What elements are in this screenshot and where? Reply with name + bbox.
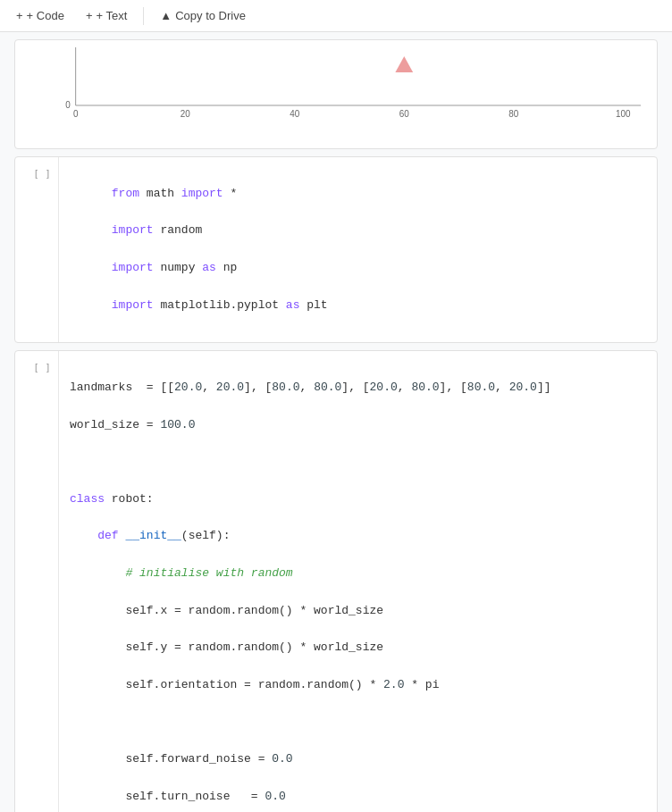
copy-to-drive-label: Copy to Drive: [175, 9, 246, 22]
kw-from: from: [112, 187, 139, 200]
code-cell-2: [ ] landmarks = [[20.0, 20.0], [80.0, 80…: [14, 350, 658, 812]
cell-content-1[interactable]: from math import * import random import …: [58, 157, 657, 342]
cell-label-2: [ ]: [33, 362, 51, 373]
chart-container: 0 0 20 40 60 80 100: [22, 47, 650, 141]
add-code-label: + Code: [27, 9, 64, 22]
cell-gutter-1: [ ]: [15, 157, 58, 190]
drive-icon: ▲: [160, 9, 172, 22]
copy-to-drive-button[interactable]: ▲ Copy to Drive: [151, 5, 255, 26]
plus-text-icon: +: [86, 9, 93, 22]
cell-gutter-2: [ ]: [15, 351, 58, 384]
svg-marker-9: [395, 56, 413, 72]
svg-text:40: 40: [290, 109, 299, 119]
svg-text:0: 0: [65, 100, 71, 110]
add-text-label: + Text: [96, 9, 127, 22]
svg-text:60: 60: [399, 109, 409, 119]
svg-text:20: 20: [181, 109, 190, 119]
svg-text:100: 100: [616, 109, 631, 119]
add-text-button[interactable]: + + Text: [77, 5, 136, 26]
toolbar: + + Code + + Text ▲ Copy to Drive: [0, 0, 672, 32]
code-cell-1: [ ] from math import * import random imp…: [14, 156, 658, 343]
code-block-1: from math import * import random import …: [70, 166, 646, 333]
code-block-2: landmarks = [[20.0, 20.0], [80.0, 80.0],…: [70, 360, 646, 812]
svg-text:80: 80: [508, 109, 518, 119]
svg-text:0: 0: [73, 109, 79, 119]
chart-cell: 0 0 20 40 60 80 100: [14, 39, 658, 149]
plus-code-icon: +: [16, 9, 23, 22]
cell-content-2[interactable]: landmarks = [[20.0, 20.0], [80.0, 80.0],…: [58, 351, 657, 812]
cell-label-1: [ ]: [33, 168, 51, 180]
add-code-button[interactable]: + + Code: [7, 5, 73, 26]
chart-svg: 0 0 20 40 60 80 100: [49, 47, 650, 123]
toolbar-divider: [143, 7, 144, 25]
